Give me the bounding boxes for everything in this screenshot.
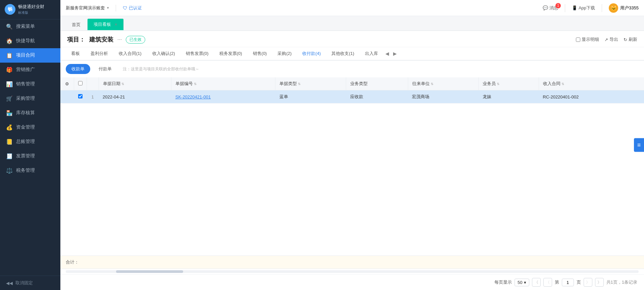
sort-icon: ⇅ <box>497 82 499 86</box>
page-last-button[interactable]: 》 <box>595 278 604 287</box>
inventory-icon: 🏪 <box>6 110 13 116</box>
refresh-label: 刷新 <box>629 37 637 43</box>
sub-tab-sales-invoice[interactable]: 销售发票(0) <box>180 47 214 61</box>
sub-tab-kanban[interactable]: 看板 <box>66 47 85 61</box>
th-date-label: 单据日期 <box>103 81 120 87</box>
fake-scrollbar[interactable] <box>66 270 639 273</box>
show-detail-input[interactable] <box>576 38 580 42</box>
sub-tab-tax-invoice[interactable]: 税务发票(0) <box>214 47 248 61</box>
receipt-tab-receipt[interactable]: 收款单 <box>66 64 90 74</box>
th-num <box>87 77 99 90</box>
sort-icon: ⇅ <box>431 82 433 86</box>
receipts-table: ⚙ 单据日期 ⇅ 单据编号 ⇅ <box>60 77 644 103</box>
tab-home[interactable]: 首页 <box>66 19 87 30</box>
td-code-link[interactable]: SK-20220421-001 <box>175 94 211 99</box>
th-income-contract[interactable]: 收入合同 ⇅ <box>539 77 644 90</box>
page-input[interactable] <box>562 279 574 286</box>
sidebar-item-label: 税务管理 <box>16 167 35 173</box>
table-row[interactable]: 1 2022-04-21 SK-20220421-001 蓝单 应收款 宏茂商场… <box>60 90 644 103</box>
sidebar-item-label: 采购管理 <box>16 95 35 101</box>
more-icon[interactable]: ··· <box>117 37 122 43</box>
home-icon: 🏠 <box>6 38 13 44</box>
project-icon: 📋 <box>6 52 13 59</box>
sidebar-item-search[interactable]: 🔍 搜索菜单 <box>0 19 60 34</box>
page-first-button[interactable]: 《 <box>532 278 541 287</box>
sidebar-item-label: 营销推广 <box>16 67 35 73</box>
th-gear[interactable]: ⚙ <box>60 77 74 90</box>
main-area: 新服务官网演示账套 ▾ 🛡 已认证 💬 消息 1 📱 App下载 🐱 用户335… <box>60 0 644 290</box>
mobile-icon: 📱 <box>572 5 577 10</box>
sub-tab-label: 看板 <box>71 51 80 56</box>
sub-tab-other-expense[interactable]: 其他收支(1) <box>326 47 360 61</box>
export-button[interactable]: ↗ 导出 <box>604 37 618 43</box>
user-menu[interactable]: 🐱 用户3355 <box>609 3 639 13</box>
shield-icon: 🛡 <box>123 5 127 11</box>
sub-tab-label: 出入库 <box>365 51 378 56</box>
sidebar-item-marketing[interactable]: 🎁 营销推广 <box>0 63 60 77</box>
sidebar-item-ledger[interactable]: 📒 总账管理 <box>0 135 60 149</box>
sub-tab-purchase[interactable]: 采购(2) <box>272 47 297 61</box>
receipt-tab-payment[interactable]: 付款单 <box>93 64 117 74</box>
sidebar-item-invoice[interactable]: 🧾 发票管理 <box>0 149 60 163</box>
th-check[interactable] <box>74 77 87 90</box>
message-button[interactable]: 💬 消息 1 <box>543 5 558 11</box>
unpin-button[interactable]: ◀◀ 取消固定 <box>0 276 60 290</box>
right-float-button[interactable]: ≡ <box>634 138 644 152</box>
select-all-checkbox[interactable] <box>78 81 83 85</box>
sidebar-item-quick-nav[interactable]: 🏠 快捷导航 <box>0 34 60 48</box>
sub-tab-sales[interactable]: 销售(0) <box>248 47 272 61</box>
td-partner: 宏茂商场 <box>408 90 479 103</box>
tab-close-icon[interactable]: ✕ <box>114 22 117 26</box>
sub-tab-receipts[interactable]: 收付款(4) <box>297 47 326 61</box>
search-icon: 🔍 <box>6 23 13 30</box>
th-code[interactable]: 单据编号 ⇅ <box>171 77 275 90</box>
refresh-icon: ↻ <box>624 37 627 42</box>
page-next-button[interactable]: 〉 <box>584 278 592 287</box>
app-download-button[interactable]: 📱 App下载 <box>572 5 595 11</box>
invoice-icon: 🧾 <box>6 153 13 159</box>
sidebar-item-purchase[interactable]: 🛒 采购管理 <box>0 91 60 106</box>
message-icon: 💬 <box>543 5 548 10</box>
page-size-select[interactable]: 50 ▾ <box>515 279 529 286</box>
sub-tab-label: 其他收支(1) <box>331 51 354 56</box>
show-detail-label: 显示明细 <box>582 37 599 43</box>
tab-project-board[interactable]: 项目看板 ✕ <box>87 18 124 30</box>
pagination: 每页显示 50 ▾ 《 〈 第 页 〉 》 共1页，1条记录 <box>60 274 644 290</box>
th-type[interactable]: 单据类型 ⇅ <box>275 77 346 90</box>
project-header: 项目：建筑安装 ··· 已生效 显示明细 ↗ 导出 ↻ 刷新 <box>60 31 644 47</box>
project-actions: 显示明细 ↗ 导出 ↻ 刷新 <box>576 37 637 43</box>
page-prev-button[interactable]: 〈 <box>543 278 552 287</box>
topbar-certified: 🛡 已认证 <box>123 5 142 11</box>
scrollbar-thumb[interactable] <box>116 270 183 273</box>
page-size-value: 50 <box>518 280 522 285</box>
row-checkbox[interactable] <box>78 94 83 98</box>
td-check[interactable] <box>74 90 87 103</box>
sub-tab-income-contract[interactable]: 收入合同(1) <box>113 47 147 61</box>
sidebar-item-label: 库存核算 <box>16 110 35 116</box>
sort-icon: ⇅ <box>298 82 301 86</box>
topbar-dropdown-icon[interactable]: ▾ <box>107 6 109 10</box>
th-date[interactable]: 单据日期 ⇅ <box>99 77 171 90</box>
tax-icon: ⚖️ <box>6 167 13 174</box>
sidebar-nav: 🔍 搜索菜单 🏠 快捷导航 📋 项目合同 🎁 营销推广 📊 销售管理 🛒 采购管… <box>0 19 60 276</box>
receipt-note: 注：这里是与项目关联的全部收付款单哦～ <box>123 66 199 72</box>
sidebar-item-tax[interactable]: ⚖️ 税务管理 <box>0 163 60 178</box>
sub-tab-prev-nav[interactable]: ◀ <box>383 48 391 60</box>
refresh-button[interactable]: ↻ 刷新 <box>624 37 637 43</box>
sub-tab-next-nav[interactable]: ▶ <box>391 48 399 60</box>
td-code[interactable]: SK-20220421-001 <box>171 90 275 103</box>
sort-icon: ⇅ <box>561 82 564 86</box>
th-biz-type-label: 业务类型 <box>350 81 368 86</box>
sidebar-item-project-contract[interactable]: 📋 项目合同 <box>0 48 60 63</box>
sidebar-item-funds[interactable]: 💰 资金管理 <box>0 120 60 135</box>
sub-tab-income-confirm[interactable]: 收入确认(2) <box>147 47 180 61</box>
sub-tab-warehouse[interactable]: 出入库 <box>360 47 383 61</box>
td-income-contract: RC-20220401-002 <box>539 90 644 103</box>
sub-tab-profit[interactable]: 盈利分析 <box>85 47 113 61</box>
th-salesperson[interactable]: 业务员 ⇅ <box>479 77 539 90</box>
show-detail-checkbox[interactable]: 显示明细 <box>576 37 599 43</box>
sidebar-item-sales[interactable]: 📊 销售管理 <box>0 77 60 91</box>
sidebar-item-inventory[interactable]: 🏪 库存核算 <box>0 106 60 120</box>
unpin-icon: ◀◀ <box>6 281 13 286</box>
th-partner[interactable]: 往来单位 ⇅ <box>408 77 479 90</box>
